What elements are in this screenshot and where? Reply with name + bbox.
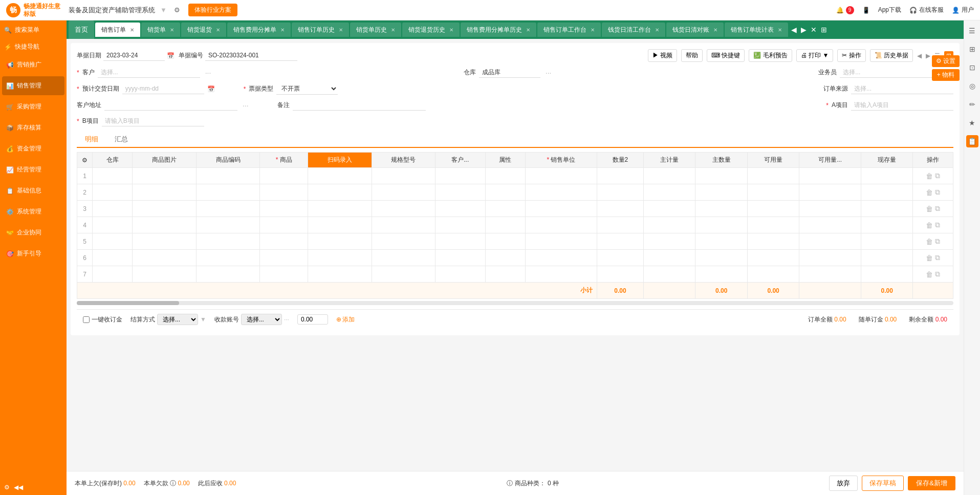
tab-nav-close[interactable]: ✕ (809, 26, 819, 34)
cell-main-qty-3[interactable] (695, 201, 747, 217)
cell-attr-2[interactable] (485, 184, 525, 201)
cell-qty2-2[interactable] (597, 184, 643, 201)
copy-icon-5[interactable]: ⧉ (935, 237, 940, 246)
cell-scan-2[interactable] (308, 184, 372, 201)
sidebar-search[interactable]: 🔍 搜索菜单 (0, 20, 67, 39)
cell-avail2-1[interactable] (799, 168, 861, 184)
cell-avail-1[interactable] (747, 168, 799, 184)
cell-attr-7[interactable] (485, 266, 525, 283)
cell-main-unit-3[interactable] (644, 201, 695, 217)
right-icon-1[interactable]: ☰ (966, 25, 978, 37)
cell-warehouse-7[interactable] (93, 266, 133, 283)
cell-spec-5[interactable] (372, 233, 435, 250)
tab-close-receivable-workbench[interactable]: ✕ (655, 27, 659, 33)
cell-main-qty-4[interactable] (695, 217, 747, 233)
cell-customer-6[interactable] (435, 250, 485, 266)
sidebar-item-marketing[interactable]: 📢 营销推广 (2, 55, 64, 74)
notification-item[interactable]: 🔔 9 (836, 6, 854, 14)
cell-code-1[interactable] (196, 168, 259, 184)
cell-avail2-5[interactable] (799, 233, 861, 250)
tab-close-order-history[interactable]: ✕ (339, 27, 343, 33)
cell-stock-4[interactable] (861, 217, 912, 233)
cell-img-3[interactable] (133, 201, 196, 217)
cell-unit-1[interactable] (526, 168, 597, 184)
history-btn[interactable]: 📜 历史单据 (870, 49, 913, 62)
cell-code-2[interactable] (196, 184, 259, 201)
tab-sales-refund[interactable]: 销货退货 ✕ (181, 23, 226, 37)
cell-stock-3[interactable] (861, 201, 912, 217)
warehouse-more-icon[interactable]: ··· (546, 69, 552, 77)
tab-home[interactable]: 首页 (69, 20, 94, 39)
tab-nav-left[interactable]: ◀ (789, 26, 799, 34)
cell-customer-7[interactable] (435, 266, 485, 283)
copy-icon-7[interactable]: ⧉ (935, 270, 940, 278)
cell-spec-4[interactable] (372, 217, 435, 233)
cell-action-6[interactable]: 🗑⧉ (913, 250, 953, 266)
cell-spec-1[interactable] (372, 168, 435, 184)
order-no-input[interactable] (205, 50, 297, 61)
tab-nav-right[interactable]: ▶ (799, 26, 809, 34)
cell-attr-1[interactable] (485, 168, 525, 184)
cell-avail-2[interactable] (747, 184, 799, 201)
help-btn[interactable]: 帮助 (681, 49, 703, 62)
cell-scan-4[interactable] (308, 217, 372, 233)
customer-addr-input[interactable] (104, 100, 237, 111)
sidebar-item-operation[interactable]: 📈 经营管理 (2, 160, 64, 179)
cell-spec-2[interactable] (372, 184, 435, 201)
tab-close-workbench[interactable]: ✕ (591, 27, 595, 33)
tab-expense-history[interactable]: 销售费用分摊单历史 ✕ (461, 23, 536, 37)
cell-avail2-4[interactable] (799, 217, 861, 233)
cell-qty2-5[interactable] (597, 233, 643, 250)
cell-scan-3[interactable] (308, 201, 372, 217)
current-order-help-icon[interactable]: ⓘ (170, 480, 176, 487)
payment-method-select[interactable]: 选择... (157, 314, 198, 325)
right-icon-6[interactable]: ★ (966, 117, 978, 129)
cell-main-unit-4[interactable] (644, 217, 695, 233)
copy-icon-3[interactable]: ⧉ (935, 204, 940, 213)
sidebar-item-sales[interactable]: 📊 销售管理 (2, 76, 64, 95)
right-icon-3[interactable]: ⊡ (966, 61, 978, 74)
date-input[interactable] (103, 50, 165, 61)
tab-close-expense-history[interactable]: ✕ (526, 27, 530, 33)
cell-img-7[interactable] (133, 266, 196, 283)
cell-main-unit-5[interactable] (644, 233, 695, 250)
cell-action-3[interactable]: 🗑⧉ (913, 201, 953, 217)
cell-qty2-6[interactable] (597, 250, 643, 266)
cell-code-4[interactable] (196, 217, 259, 233)
tab-close-sales-return[interactable]: ✕ (170, 27, 174, 33)
cell-warehouse-3[interactable] (93, 201, 133, 217)
tab-return-history[interactable]: 销货单历史 ✕ (350, 23, 401, 37)
one-click-checkbox[interactable] (83, 316, 90, 323)
copy-icon-6[interactable]: ⧉ (935, 253, 940, 262)
discard-btn[interactable]: 放弃 (829, 476, 858, 491)
cell-code-3[interactable] (196, 201, 259, 217)
add-button[interactable]: ⊕ 添加 (336, 315, 355, 324)
cell-avail2-3[interactable] (799, 201, 861, 217)
cell-scan-6[interactable] (308, 250, 372, 266)
account-select[interactable]: 选择... (241, 314, 282, 325)
cell-code-5[interactable] (196, 233, 259, 250)
one-click-check[interactable]: 一键收订金 (83, 315, 122, 324)
print-btn[interactable]: 🖨 打印 ▼ (796, 49, 834, 62)
cell-attr-4[interactable] (485, 217, 525, 233)
cell-main-qty-6[interactable] (695, 250, 747, 266)
cell-scan-7[interactable] (308, 266, 372, 283)
cell-customer-1[interactable] (435, 168, 485, 184)
sidebar-item-finance[interactable]: 💰 资金管理 (2, 139, 64, 158)
cell-customer-5[interactable] (435, 233, 485, 250)
cell-avail2-7[interactable] (799, 266, 861, 283)
cell-product-1[interactable] (260, 168, 308, 184)
sidebar-item-inventory[interactable]: 📦 库存核算 (2, 118, 64, 137)
tab-sales-order[interactable]: 销售订单 ✕ (95, 23, 140, 37)
material-float-btn[interactable]: + 物料 (932, 69, 960, 81)
cell-avail-7[interactable] (747, 266, 799, 283)
sidebar-item-system[interactable]: ⚙️ 系统管理 (2, 202, 64, 221)
cell-qty2-1[interactable] (597, 168, 643, 184)
cell-action-5[interactable]: 🗑⧉ (913, 233, 953, 250)
cell-unit-6[interactable] (526, 250, 597, 266)
sidebar-bottom-settings-icon[interactable]: ⚙ (4, 484, 10, 491)
app-download-label[interactable]: App下载 (878, 6, 901, 14)
cell-scan-5[interactable] (308, 233, 372, 250)
tab-sales-return[interactable]: 销货单 ✕ (141, 23, 180, 37)
cell-main-unit-2[interactable] (644, 184, 695, 201)
